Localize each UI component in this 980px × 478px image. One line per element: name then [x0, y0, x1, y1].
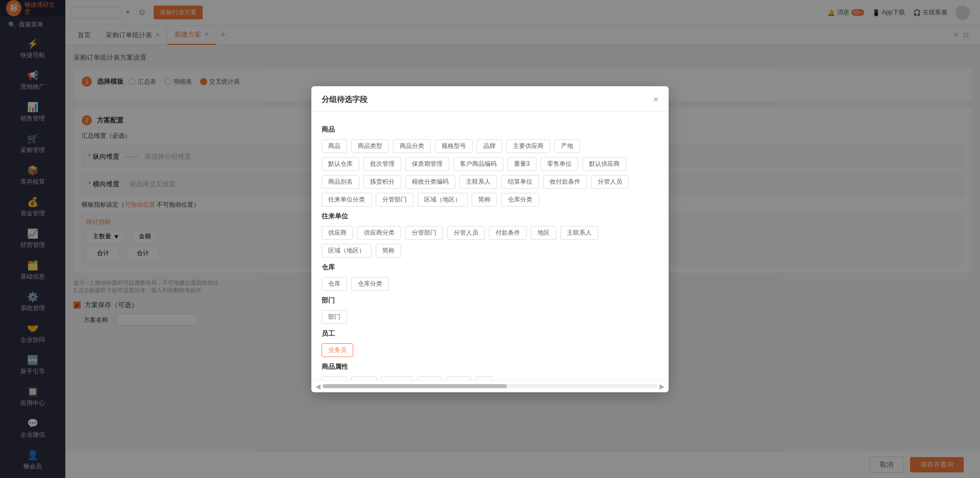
section-partner-title: 往来单位 — [322, 212, 658, 221]
tag-goods-type[interactable]: 商品类型 — [351, 139, 389, 153]
tag-main-supplier[interactable]: 主要供应商 — [506, 139, 550, 153]
section-dept-title: 部门 — [322, 296, 658, 305]
tag-tax-code[interactable]: 税收分类编码 — [405, 175, 455, 189]
hscroll-track — [323, 384, 657, 388]
tag-attr[interactable]: 属性 — [322, 376, 347, 380]
section-staff-tags: 业务员 — [322, 343, 658, 357]
tag-multi-spec[interactable]: 多规格 — [381, 376, 412, 380]
tag-region[interactable]: 区域（地区） — [418, 193, 468, 207]
tag-warehouse-cat[interactable]: 仓库分类 — [351, 277, 389, 291]
tag-brand[interactable]: 品牌 — [477, 139, 502, 153]
dialog-close-btn[interactable]: × — [653, 94, 658, 105]
field-select-dialog: 分组待选字段 × 商品 商品 商品类型 商品分类 规格型号 品牌 主要供应商 产… — [311, 86, 669, 392]
section-goods-tags2: 默认仓库 批次管理 保质期管理 客户商品编码 重量3 零售单位 默认供应商 — [322, 157, 658, 171]
tag-color[interactable]: 颜色 — [351, 376, 377, 380]
tag-supplier[interactable]: 供应商 — [322, 226, 353, 240]
tag-main-contact2[interactable]: 主联系人 — [560, 226, 598, 240]
tag-supplier-category[interactable]: 供应商分类 — [357, 226, 401, 240]
section-product-attr-title: 商品属性 — [322, 362, 658, 371]
dialog-body: 商品 商品 商品类型 商品分类 规格型号 品牌 主要供应商 产地 默认仓库 批次… — [311, 112, 669, 380]
section-warehouse-tags: 仓库 仓库分类 — [322, 277, 658, 291]
tag-department[interactable]: 部门 — [322, 310, 347, 324]
hscroll-thumb — [323, 384, 507, 388]
tag-expiry-mgmt[interactable]: 保质期管理 — [405, 157, 449, 171]
tag-warehouse-category[interactable]: 仓库分类 — [501, 193, 539, 207]
tag-supervisor2[interactable]: 分管人员 — [447, 226, 485, 240]
hscroll-right-btn[interactable]: ▶ — [659, 383, 665, 390]
section-partner-tags2: 区域（地区） 简称 — [322, 244, 658, 258]
section-goods-tags3: 商品别名 拣货积分 税收分类编码 主联系人 结算单位 收付款条件 分管人员 — [322, 175, 658, 189]
tag-spec-model[interactable]: 规格型号 — [435, 139, 473, 153]
tag-salesperson[interactable]: 业务员 — [322, 343, 353, 357]
section-dept-tags: 部门 — [322, 310, 658, 324]
tag-payment-terms[interactable]: 收付款条件 — [543, 175, 587, 189]
tag-size[interactable]: 尺码 — [416, 376, 442, 380]
tag-payment-terms2[interactable]: 付款条件 — [489, 226, 527, 240]
section-partner-tags1: 供应商 供应商分类 分管部门 分管人员 付款条件 地区 主联系人 — [322, 226, 658, 240]
tag-goods-category[interactable]: 商品分类 — [393, 139, 431, 153]
tag-default-warehouse[interactable]: 默认仓库 — [322, 157, 359, 171]
dialog-title: 分组待选字段 — [322, 95, 368, 105]
tag-region2[interactable]: 区域（地区） — [322, 244, 372, 258]
tag-warehouse[interactable]: 仓库 — [322, 277, 347, 291]
tag-pick-points[interactable]: 拣货积分 — [363, 175, 401, 189]
section-goods-title: 商品 — [322, 125, 658, 134]
tag-origin[interactable]: 产地 — [554, 139, 580, 153]
tag-main-contact[interactable]: 主联系人 — [459, 175, 497, 189]
section-warehouse-title: 仓库 — [322, 263, 658, 272]
tag-weight3[interactable]: 重量3 — [507, 157, 536, 171]
tag-abbr2[interactable]: 简称 — [376, 244, 401, 258]
tag-partner-category[interactable]: 往来单位分类 — [322, 193, 372, 207]
dialog-header: 分组待选字段 × — [311, 86, 669, 112]
section-goods-tags: 商品 商品类型 商品分类 规格型号 品牌 主要供应商 产地 — [322, 139, 658, 153]
tag-default-supplier[interactable]: 默认供应商 — [582, 157, 626, 171]
tag-supervisor[interactable]: 分管人员 — [591, 175, 629, 189]
tag-dept[interactable]: 分管部门 — [376, 193, 413, 207]
section-staff-title: 员工 — [322, 329, 658, 338]
tag-retail-unit[interactable]: 零售单位 — [541, 157, 578, 171]
tag-goods-alias[interactable]: 商品别名 — [322, 175, 359, 189]
section-goods-tags4: 往来单位分类 分管部门 区域（地区） 简称 仓库分类 — [322, 193, 658, 207]
tag-abbr[interactable]: 简称 — [472, 193, 497, 207]
tag-one[interactable]: 1 — [476, 376, 493, 380]
tag-goods[interactable]: 商品 — [322, 139, 347, 153]
tag-customer-code[interactable]: 客户商品编码 — [453, 157, 503, 171]
tag-batch-mgmt[interactable]: 批次管理 — [363, 157, 401, 171]
section-product-attr-tags: 属性 颜色 多规格 尺码 鞋码 1 — [322, 376, 658, 380]
hscroll-left-btn[interactable]: ◀ — [315, 383, 321, 390]
tag-dept2[interactable]: 分管部门 — [405, 226, 443, 240]
tag-shoe-size[interactable]: 鞋码 — [446, 376, 472, 380]
tag-area[interactable]: 地区 — [531, 226, 556, 240]
tag-settlement-unit[interactable]: 结算单位 — [501, 175, 539, 189]
dialog-hscrollbar[interactable]: ◀ ▶ — [311, 380, 669, 392]
